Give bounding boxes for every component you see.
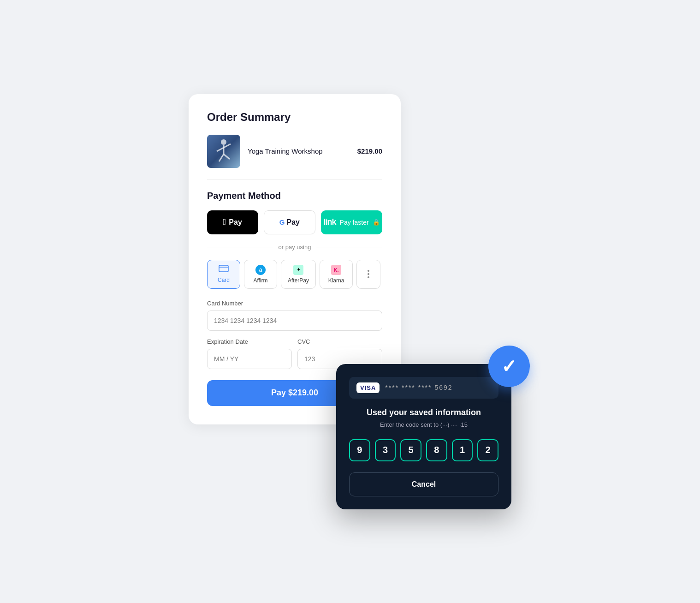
verification-modal: ✓ VISA **** **** **** 5692 Used your sav… xyxy=(336,364,511,509)
apple-pay-label: Pay xyxy=(229,218,242,227)
digit-3: 5 xyxy=(400,439,421,461)
digit-5: 1 xyxy=(452,439,473,461)
apple-pay-button[interactable]:  Pay xyxy=(207,210,258,234)
link-brand-text: link xyxy=(324,217,336,227)
card-info-row: VISA **** **** **** 5692 xyxy=(349,377,498,399)
method-tab-affirm[interactable]: a Affirm xyxy=(244,260,277,289)
page-container: Order Summary Yoga Training Workshop $21… xyxy=(189,94,511,509)
svg-line-2 xyxy=(217,148,224,151)
check-circle: ✓ xyxy=(488,346,530,387)
method-tab-card[interactable]: Card xyxy=(207,260,240,289)
product-row: Yoga Training Workshop $219.00 xyxy=(207,135,382,168)
digit-4: 8 xyxy=(426,439,447,461)
link-pay-button[interactable]: link Pay faster 🔒 xyxy=(321,210,382,234)
yoga-figure-icon xyxy=(212,138,235,166)
divider xyxy=(207,179,382,179)
klarna-tab-label: Klarna xyxy=(328,277,344,284)
cancel-button[interactable]: Cancel xyxy=(349,472,498,496)
check-icon: ✓ xyxy=(501,357,517,376)
modal-subtitle: Enter the code sent to (···) ···· ·15 xyxy=(349,421,498,428)
card-number-input[interactable] xyxy=(207,310,382,331)
google-g-icon: G xyxy=(279,218,285,227)
more-methods-tab[interactable] xyxy=(356,260,380,289)
payment-methods-tabs: Card a Affirm ✦ AfterPay K. xyxy=(207,260,382,289)
svg-rect-6 xyxy=(219,265,228,272)
svg-point-0 xyxy=(221,139,226,145)
card-tab-label: Card xyxy=(218,277,230,283)
or-divider-text: or pay using xyxy=(279,244,311,251)
method-tab-klarna[interactable]: K. Klarna xyxy=(320,260,353,289)
afterpay-icon: ✦ xyxy=(293,265,303,275)
product-image xyxy=(207,135,240,168)
visa-label: VISA xyxy=(360,384,376,391)
more-dots-icon xyxy=(368,270,369,278)
affirm-tab-label: Affirm xyxy=(253,277,267,284)
klarna-icon: K. xyxy=(331,265,341,275)
digit-2: 3 xyxy=(375,439,396,461)
apple-icon:  xyxy=(223,217,226,227)
affirm-icon: a xyxy=(255,265,266,275)
svg-line-5 xyxy=(224,154,230,159)
visa-badge: VISA xyxy=(356,382,380,393)
link-pay-label: Pay faster xyxy=(340,219,369,226)
payment-buttons:  Pay G Pay link Pay faster 🔒 xyxy=(207,210,382,234)
card-icon xyxy=(219,265,229,275)
card-number-label: Card Number xyxy=(207,300,382,307)
svg-line-4 xyxy=(219,154,224,161)
method-tab-afterpay[interactable]: ✦ AfterPay xyxy=(281,260,316,289)
google-pay-label: Pay xyxy=(287,218,300,227)
product-price: $219.00 xyxy=(357,147,382,155)
lock-icon: 🔒 xyxy=(373,219,380,226)
google-pay-button[interactable]: G Pay xyxy=(264,210,316,234)
expiration-col: Expiration Date xyxy=(207,338,292,376)
code-digits: 9 3 5 8 1 2 xyxy=(349,439,498,461)
digit-6: 2 xyxy=(477,439,498,461)
payment-method-title: Payment Method xyxy=(207,191,382,201)
order-title: Order Summary xyxy=(207,111,382,124)
or-divider: or pay using xyxy=(207,244,382,251)
afterpay-tab-label: AfterPay xyxy=(288,277,309,284)
product-name: Yoga Training Workshop xyxy=(248,146,350,156)
modal-title: Used your saved information xyxy=(349,408,498,418)
cvc-label: CVC xyxy=(297,338,382,345)
expiration-input[interactable] xyxy=(207,349,292,369)
expiration-label: Expiration Date xyxy=(207,338,292,345)
card-number-masked: **** **** **** 5692 xyxy=(385,384,452,391)
digit-1: 9 xyxy=(349,439,370,461)
